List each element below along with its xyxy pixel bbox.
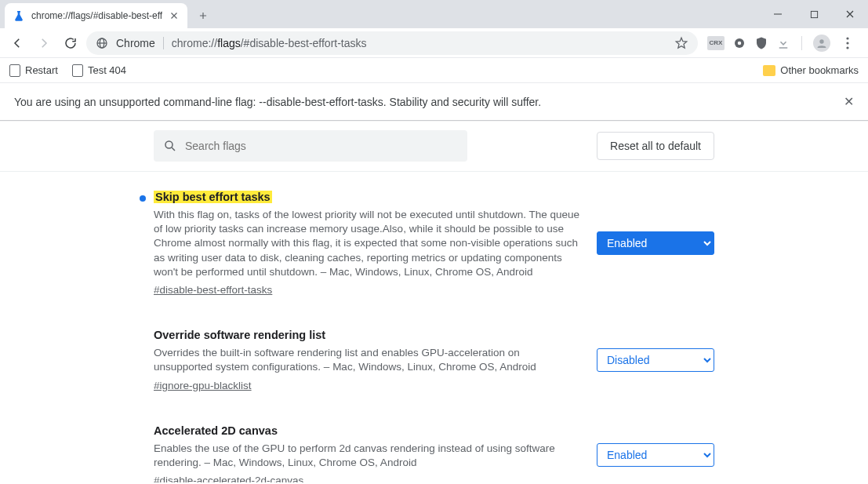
window-controls	[760, 0, 868, 28]
page-icon	[72, 64, 83, 77]
flag-anchor-link[interactable]: #disable-accelerated-2d-canvas	[154, 475, 303, 482]
search-icon	[163, 139, 177, 153]
other-bookmarks[interactable]: Other bookmarks	[763, 64, 859, 76]
site-info-icon[interactable]	[96, 37, 108, 49]
bookmark-label: Restart	[25, 64, 58, 76]
flag-description: With this flag on, tasks of the lowest p…	[154, 208, 581, 279]
reload-button[interactable]	[60, 32, 82, 54]
back-button[interactable]	[6, 32, 28, 54]
tab-title: chrome://flags/#disable-best-eff	[31, 10, 162, 21]
url-text: chrome://flags/#disable-best-effort-task…	[172, 37, 367, 49]
kebab-menu-icon[interactable]	[838, 34, 857, 53]
flag-title: Override software rendering list	[154, 329, 325, 341]
warning-banner: You are using an unsupported command-lin…	[0, 83, 868, 121]
new-tab-button[interactable]	[192, 5, 214, 27]
other-bookmarks-label: Other bookmarks	[780, 64, 859, 76]
flag-select-input[interactable]: Enabled	[597, 231, 714, 255]
close-icon[interactable]	[169, 10, 180, 21]
titlebar: chrome://flags/#disable-best-eff	[0, 0, 868, 28]
flag-description: Overrides the built-in software renderin…	[154, 346, 581, 374]
svg-point-5	[819, 39, 823, 43]
bookmarks-bar: Restart Test 404 Other bookmarks	[0, 58, 868, 83]
crx-icon[interactable]: CRX	[707, 36, 725, 50]
modified-dot-icon	[140, 195, 146, 202]
flag-title: Skip best effort tasks	[154, 191, 272, 203]
address-bar[interactable]: Chrome chrome://flags/#disable-best-effo…	[86, 31, 698, 55]
flag-accelerated-2d-canvas: Accelerated 2D canvas Enables the use of…	[154, 424, 714, 482]
bookmark-label: Test 404	[88, 64, 126, 76]
close-icon[interactable]: ✕	[844, 94, 854, 109]
extension-icons: CRX	[703, 34, 862, 53]
flag-override-software-rendering: Override software rendering list Overrid…	[154, 329, 714, 391]
avatar[interactable]	[813, 35, 830, 52]
svg-point-7	[846, 42, 848, 44]
flag-anchor-link[interactable]: #disable-best-effort-tasks	[154, 284, 272, 296]
star-icon[interactable]	[674, 36, 688, 50]
flask-icon	[13, 9, 25, 22]
flag-select-input[interactable]: Disabled	[597, 348, 714, 372]
flag-state-select[interactable]: Enabled	[597, 231, 714, 255]
content-scroll[interactable]: Reset all to default Skip best effort ta…	[0, 121, 868, 482]
url-scheme-label: Chrome	[116, 37, 155, 49]
download-icon[interactable]	[776, 36, 790, 50]
flag-anchor-link[interactable]: #ignore-gpu-blacklist	[154, 380, 252, 391]
svg-point-6	[846, 37, 848, 39]
extension-icon-1[interactable]	[732, 36, 746, 50]
browser-tab[interactable]: chrome://flags/#disable-best-eff	[5, 3, 187, 28]
svg-point-8	[846, 46, 848, 49]
svg-point-9	[165, 141, 173, 148]
minimize-button[interactable]	[760, 0, 796, 28]
bookmark-restart[interactable]: Restart	[9, 64, 58, 77]
page-icon	[9, 64, 20, 77]
search-input[interactable]	[185, 140, 458, 152]
forward-button[interactable]	[33, 32, 55, 54]
flag-description: Enables the use of the GPU to perform 2d…	[154, 442, 581, 470]
search-flags-input[interactable]	[154, 130, 467, 162]
search-row: Reset all to default	[0, 121, 868, 172]
flag-skip-best-effort: Skip best effort tasks With this flag on…	[154, 191, 714, 296]
toolbar: Chrome chrome://flags/#disable-best-effo…	[0, 28, 868, 58]
reset-all-button[interactable]: Reset all to default	[597, 132, 714, 160]
bookmark-test-404[interactable]: Test 404	[72, 64, 126, 77]
svg-point-4	[738, 41, 742, 45]
shield-icon[interactable]	[754, 36, 768, 50]
svg-rect-0	[811, 11, 817, 17]
flags-list: Skip best effort tasks With this flag on…	[0, 172, 868, 482]
close-window-button[interactable]	[832, 0, 868, 28]
folder-icon	[763, 65, 775, 76]
flag-select-input[interactable]: Enabled	[597, 443, 714, 467]
maximize-button[interactable]	[796, 0, 832, 28]
flag-title: Accelerated 2D canvas	[154, 424, 278, 437]
flag-state-select[interactable]: Enabled	[597, 443, 714, 467]
flag-state-select[interactable]: Disabled	[597, 348, 714, 372]
banner-text: You are using an unsupported command-lin…	[14, 96, 541, 108]
